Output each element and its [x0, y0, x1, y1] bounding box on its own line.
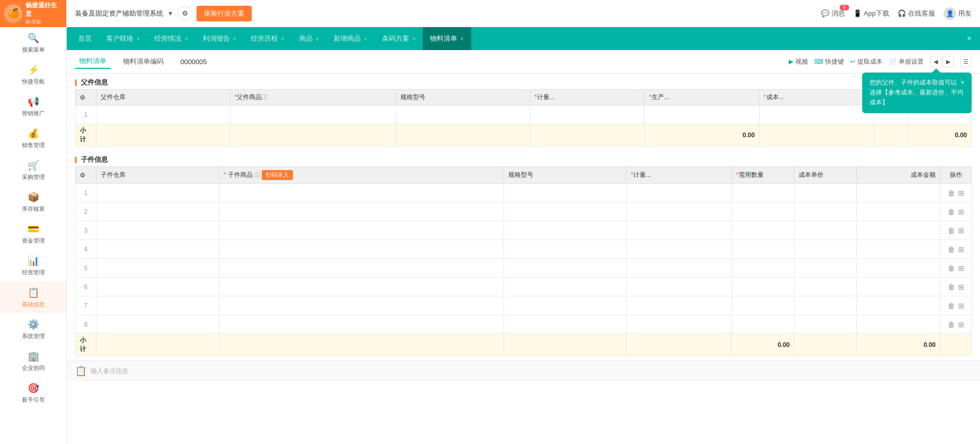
document-settings-button[interactable]: 📄 单据设置 — [889, 57, 924, 66]
child-warehouse-cell-1[interactable] — [96, 184, 219, 202]
parent-goods-cell[interactable] — [230, 105, 396, 124]
child-unit-cell-6[interactable] — [627, 278, 732, 296]
child-unit-cost-cell-7[interactable] — [794, 296, 857, 315]
delete-icon-6[interactable]: 🗑 — [948, 283, 955, 291]
tab-barcode-close[interactable]: × — [412, 35, 415, 42]
child-goods-cell-7[interactable] — [219, 296, 504, 315]
tab-barcode[interactable]: 条码方案 × — [375, 27, 423, 50]
child-spec-cell-4[interactable] — [504, 240, 627, 259]
child-goods-cell-2[interactable] — [219, 202, 504, 221]
system-dropdown[interactable]: ▼ — [167, 10, 174, 17]
delete-icon-2[interactable]: 🗑 — [948, 208, 955, 216]
child-qty-cell-1[interactable] — [732, 184, 794, 202]
sidebar-item-finance[interactable]: 💳 资金管理 — [0, 218, 66, 250]
child-qty-cell-4[interactable] — [732, 240, 794, 259]
sidebar-item-sales[interactable]: 💰 销售管理 — [0, 123, 66, 154]
child-qty-cell-3[interactable] — [732, 221, 794, 240]
sidebar-item-inventory[interactable]: 📦 库存核算 — [0, 186, 66, 218]
sidebar-item-quicknav[interactable]: ⚡ 快捷导航 — [0, 59, 66, 91]
tab-profit-close[interactable]: × — [233, 35, 236, 42]
delete-icon-3[interactable]: 🗑 — [948, 226, 955, 235]
child-warehouse-cell-3[interactable] — [96, 221, 219, 240]
copy-icon-3[interactable]: ⊞ — [958, 226, 964, 235]
message-button[interactable]: 💬 消息 6 — [821, 9, 845, 18]
prev-arrow[interactable]: ◀ — [930, 56, 941, 67]
user-menu[interactable]: 👤 用友 — [944, 7, 972, 20]
delete-icon-4[interactable]: 🗑 — [948, 245, 955, 254]
delete-icon-1[interactable]: 🗑 — [948, 189, 955, 197]
child-warehouse-cell-6[interactable] — [96, 278, 219, 296]
child-goods-cell-1[interactable] — [219, 184, 504, 202]
copy-icon-4[interactable]: ⊞ — [958, 245, 964, 254]
next-arrow[interactable]: ▶ — [942, 56, 954, 67]
close-all-tabs[interactable]: × — [963, 34, 976, 43]
parent-produce-cell[interactable] — [644, 105, 759, 124]
child-goods-cell-3[interactable] — [219, 221, 504, 240]
child-qty-cell-6[interactable] — [732, 278, 794, 296]
child-qty-cell-7[interactable] — [732, 296, 794, 315]
sidebar-item-search[interactable]: 🔍 搜索菜单 — [0, 27, 66, 59]
tooltip-close-button[interactable]: × — [961, 78, 964, 88]
child-spec-cell-5[interactable] — [504, 259, 627, 278]
child-unit-cost-cell-3[interactable] — [794, 221, 857, 240]
extract-cost-button[interactable]: ↩ 提取成本 — [850, 57, 883, 66]
parent-goods-info-icon[interactable]: ⓘ — [262, 94, 267, 100]
shortcut-button[interactable]: ⌨ 快捷键 — [814, 57, 844, 66]
child-unit-cost-cell-2[interactable] — [794, 202, 857, 221]
tab-bom[interactable]: 物料清单 × — [423, 27, 471, 50]
sidebar-item-guide[interactable]: 🎯 新手引导 — [0, 377, 66, 409]
child-unit-cell-5[interactable] — [627, 259, 732, 278]
sidebar-item-operations[interactable]: 📊 经营管理 — [0, 250, 66, 282]
child-spec-cell-8[interactable] — [504, 315, 627, 334]
child-qty-cell-2[interactable] — [732, 202, 794, 221]
app-download-button[interactable]: 📱 App下载 — [853, 9, 889, 18]
delete-icon-8[interactable]: 🗑 — [948, 320, 955, 329]
tab-operations-close[interactable]: × — [185, 35, 188, 42]
tab-profit[interactable]: 利润报告 × — [195, 27, 243, 50]
parent-spec-cell[interactable] — [396, 105, 530, 124]
child-warehouse-cell-7[interactable] — [96, 296, 219, 315]
child-warehouse-cell-2[interactable] — [96, 202, 219, 221]
experience-button[interactable]: 体验行业方案 — [197, 6, 252, 21]
tab-addgoods-close[interactable]: × — [364, 35, 367, 42]
delete-icon-7[interactable]: 🗑 — [948, 302, 955, 310]
child-goods-cell-6[interactable] — [219, 278, 504, 296]
parent-warehouse-cell[interactable] — [96, 105, 230, 124]
sidebar-item-marketing[interactable]: 📢 营销推广 — [0, 91, 66, 123]
online-service-button[interactable]: 🎧 在线客服 — [898, 9, 935, 18]
child-unit-cost-cell-8[interactable] — [794, 315, 857, 334]
child-goods-info-icon[interactable]: ⓘ — [254, 172, 260, 178]
tab-history-close[interactable]: × — [281, 35, 284, 42]
child-warehouse-cell-5[interactable] — [96, 259, 219, 278]
sidebar-item-system[interactable]: ⚙️ 系统管理 — [0, 314, 66, 345]
view-video-button[interactable]: ▶ 视频 — [789, 57, 808, 66]
child-goods-cell-8[interactable] — [219, 315, 504, 334]
sidebar-item-enterprise[interactable]: 🏢 企业协同 — [0, 345, 66, 377]
child-spec-cell-6[interactable] — [504, 278, 627, 296]
child-spec-cell-1[interactable] — [504, 184, 627, 202]
child-spec-cell-3[interactable] — [504, 221, 627, 240]
child-goods-cell-4[interactable] — [219, 240, 504, 259]
tab-operations[interactable]: 经营情况 × — [147, 27, 195, 50]
child-warehouse-cell-4[interactable] — [96, 240, 219, 259]
tab-customer[interactable]: 客户联络 × — [99, 27, 147, 50]
copy-icon-5[interactable]: ⊞ — [958, 264, 964, 272]
child-unit-cell-8[interactable] — [627, 315, 732, 334]
child-goods-cell-5[interactable] — [219, 259, 504, 278]
tab-customer-close[interactable]: × — [137, 35, 140, 42]
child-warehouse-cell-8[interactable] — [96, 315, 219, 334]
child-unit-cost-cell-5[interactable] — [794, 259, 857, 278]
copy-icon-6[interactable]: ⊞ — [958, 283, 964, 291]
copy-icon-7[interactable]: ⊞ — [958, 302, 964, 310]
tab-goods-close[interactable]: × — [316, 35, 319, 42]
sub-tab-bom-list[interactable]: 物料清单 — [75, 54, 111, 69]
grid-view-button[interactable]: ☰ — [960, 56, 972, 67]
child-unit-cell-4[interactable] — [627, 240, 732, 259]
child-unit-cost-cell-1[interactable] — [794, 184, 857, 202]
note-placeholder[interactable]: 输入备注信息 — [91, 367, 128, 376]
sidebar-item-basic[interactable]: 📋 基础信息 — [0, 282, 66, 314]
sidebar-item-purchase[interactable]: 🛒 采购管理 — [0, 154, 66, 186]
copy-icon-2[interactable]: ⊞ — [958, 208, 964, 216]
copy-icon-8[interactable]: ⊞ — [958, 320, 964, 329]
child-unit-cell-7[interactable] — [627, 296, 732, 315]
